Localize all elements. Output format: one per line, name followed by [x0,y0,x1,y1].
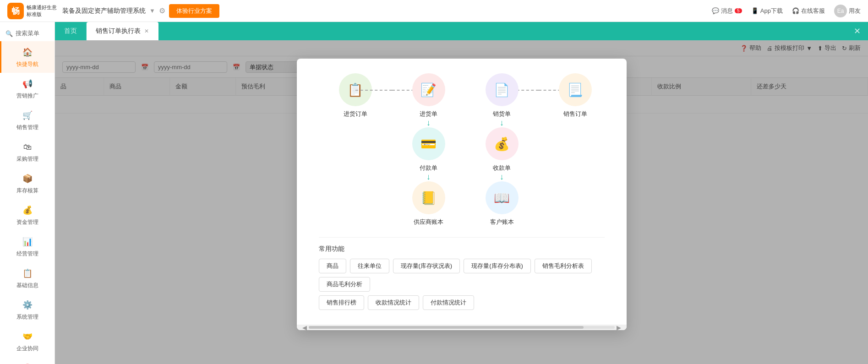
system-title: 装备及固定资产辅助管理系统 ▼ ⚙ 体验行业方案 [62,4,712,18]
func-btn-stock-status[interactable]: 现存量(库存状况表) [393,259,460,273]
sales-order-node[interactable]: 📃 销售订单 [539,73,612,118]
sidebar: 🔍 搜索菜单 🏠 快捷导航 📢 营销推广 🛒 销售管理 🛍 采购管理 📦 库存核… [0,22,55,364]
operations-icon: 📊 [21,235,34,248]
page-body: ❓ 帮助 🖨 按模板打印 ▼ ⬆ 导出 ↻ 刷新 [55,40,868,364]
scrollbar-track[interactable] [309,326,615,329]
func-btn-receipt-stats[interactable]: 收款情况统计 [368,295,419,310]
online-service-item[interactable]: 🎧 在线客服 [792,7,825,15]
trial-button[interactable]: 体验行业方案 [169,4,219,18]
func-btn-goods-profit[interactable]: 商品毛利分析 [319,277,370,292]
supplier-ledger-circle: 📒 [412,181,445,214]
logo-area: 畅 畅康通好生意 标准版 [7,3,62,19]
tab-close-all-icon[interactable]: ✕ [846,26,868,36]
tabs-bar: 首页 销售订单执行表 ✕ ✕ [55,22,868,40]
message-badge: 5 [735,8,742,13]
avatar: Ea [834,5,847,17]
top-right-area: 💬 消息 5 📱 App下载 🎧 在线客服 Ea 用友 [712,5,861,17]
customer-ledger-circle: 📖 [486,181,519,214]
supplier-ledger-node[interactable]: 📒 供应商账本 [392,181,465,226]
receipt-node[interactable]: 💰 收款单 [465,127,539,172]
func-buttons-row2: 销售排行榜 收款情况统计 付款情况统计 [319,295,605,310]
func-btn-payment-stats[interactable]: 付款情况统计 [423,295,474,310]
layout: 🔍 搜索菜单 🏠 快捷导航 📢 营销推广 🛒 销售管理 🛍 采购管理 📦 库存核… [0,22,868,364]
logo-icon: 畅 [7,3,24,19]
common-functions-title: 常用功能 [319,245,605,253]
system-name: 装备及固定资产辅助管理系统 [62,7,146,15]
user-item[interactable]: Ea 用友 [834,5,861,17]
sidebar-item-sales[interactable]: 🛒 销售管理 [0,104,55,136]
guide-icon: 🎯 [21,362,34,364]
func-btn-sales-rank[interactable]: 销售排行榜 [319,295,364,310]
common-functions: 常用功能 商品 往来单位 现存量(库存状况表) 现存量(库存分布表) 销售毛利分… [319,237,605,310]
sales-bill-node[interactable]: 📄 销货单 [465,73,539,118]
purchase-bill-circle: 📝 [412,73,445,106]
scrollbar-thumb[interactable] [309,326,584,329]
arrow-down-1: ↓ [392,118,465,127]
sidebar-item-system[interactable]: ⚙️ 系统管理 [0,294,55,326]
message-icon: 💬 [712,7,719,14]
search-icon: 🔍 [5,30,13,37]
sidebar-item-finance[interactable]: 💰 资金管理 [0,199,55,231]
enterprise-icon: 🤝 [21,330,34,343]
search-menu[interactable]: 🔍 搜索菜单 [0,26,55,41]
scroll-left-icon[interactable]: ◀ [300,324,309,331]
sidebar-item-guide[interactable]: 🎯 新手引导 [0,357,55,364]
sidebar-item-enterprise[interactable]: 🤝 企业协同 [0,326,55,357]
modal-overlay[interactable]: 📋 进货订单 📝 进货单 [55,40,868,364]
service-icon: 🎧 [792,7,799,14]
app-download-item[interactable]: 📱 App下载 [751,7,783,15]
modal-body: 📋 进货订单 📝 进货单 [297,59,627,325]
main-content: 首页 销售订单执行表 ✕ ✕ ❓ 帮助 🖨 按模板打印 [55,22,868,364]
arrow-down-3: ↓ [392,172,465,181]
payment-circle: 💳 [412,127,445,160]
sidebar-item-quick-nav[interactable]: 🏠 快捷导航 [0,41,55,73]
message-item[interactable]: 💬 消息 5 [712,7,742,15]
dropdown-arrow-icon[interactable]: ▼ [149,7,155,14]
gear-icon[interactable]: ⚙ [159,6,165,15]
finance-icon: 💰 [21,204,34,217]
func-buttons-row1: 商品 往来单位 现存量(库存状况表) 现存量(库存分布表) 销售毛利分析表 商品… [319,259,605,292]
logo-text: 畅康通好生意 标准版 [27,4,57,17]
sales-icon: 🛒 [21,109,34,122]
func-btn-stock-dist[interactable]: 现存量(库存分布表) [464,259,531,273]
modal: 📋 进货订单 📝 进货单 [297,59,627,330]
receipt-circle: 💰 [486,127,519,160]
sidebar-label: 快捷导航 [16,60,38,68]
flow-diagram: 📋 进货订单 📝 进货单 [319,73,605,226]
payment-node[interactable]: 💳 付款单 [392,127,465,172]
home-icon: 🏠 [21,46,34,59]
purchase-bill-node[interactable]: 📝 进货单 [392,73,465,118]
sales-bill-circle: 📄 [486,73,519,106]
func-btn-partner[interactable]: 往来单位 [350,259,389,273]
arrow-down-2: ↓ [465,118,539,127]
inventory-icon: 📦 [21,172,34,185]
purchase-order-node[interactable]: 📋 进货订单 [319,73,392,118]
sidebar-item-marketing[interactable]: 📢 营销推广 [0,73,55,104]
scroll-right-icon[interactable]: ▶ [615,324,623,331]
customer-ledger-node[interactable]: 📖 客户账本 [465,181,539,226]
sidebar-item-inventory[interactable]: 📦 库存核算 [0,168,55,199]
sidebar-item-operations[interactable]: 📊 经营管理 [0,231,55,262]
sales-order-circle: 📃 [559,73,592,106]
tab-close-icon[interactable]: ✕ [144,28,149,34]
marketing-icon: 📢 [21,77,34,90]
sidebar-item-purchase[interactable]: 🛍 采购管理 [0,136,55,168]
system-icon: ⚙️ [21,299,34,311]
modal-scrollbar: ◀ ▶ [297,325,627,330]
basic-info-icon: 📋 [21,267,34,280]
tab-sales-exec[interactable]: 销售订单执行表 ✕ [87,22,158,40]
app-icon: 📱 [751,7,759,14]
func-btn-goods[interactable]: 商品 [319,259,346,273]
top-bar: 畅 畅康通好生意 标准版 装备及固定资产辅助管理系统 ▼ ⚙ 体验行业方案 💬 … [0,0,868,22]
sidebar-item-basic-info[interactable]: 📋 基础信息 [0,262,55,294]
arrow-down-4: ↓ [465,172,539,181]
purchase-icon: 🛍 [21,141,34,153]
tab-home[interactable]: 首页 [55,22,87,40]
func-btn-sales-profit[interactable]: 销售毛利分析表 [535,259,592,273]
